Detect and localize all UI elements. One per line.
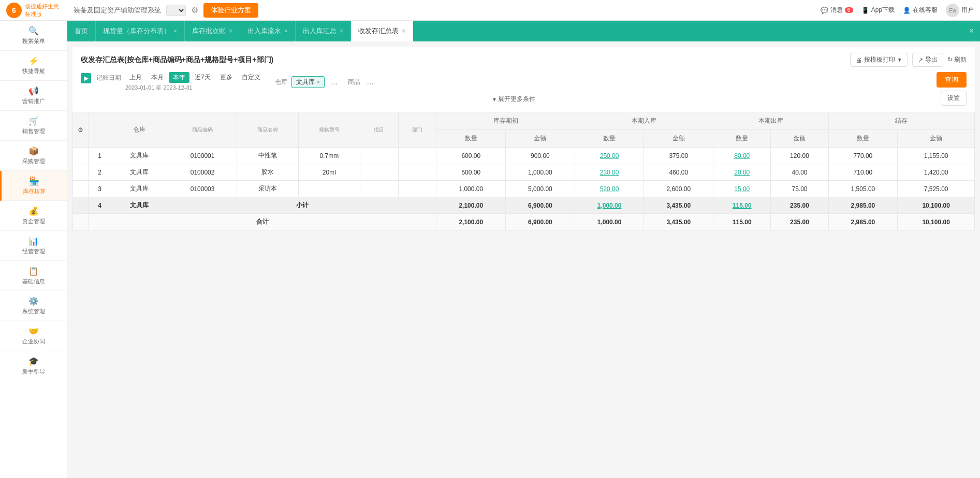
page-content: 收发存汇总表(按仓库+商品编码+商品+规格型号+项目+部门) 🖨 按模板打印 ▼… (67, 41, 980, 478)
cell-out-qty[interactable]: 20.00 (713, 164, 771, 181)
message-button[interactable]: 💬 消息 6 (821, 6, 853, 15)
date-btn-7days[interactable]: 近7天 (191, 72, 215, 83)
tab-close-batch[interactable]: × (229, 27, 232, 35)
guide-icon: 🎓 (28, 356, 39, 366)
th-out-amt: 金额 (771, 130, 828, 148)
export-icon: ↗ (918, 56, 923, 64)
marketing-icon: 📢 (28, 86, 39, 96)
cell-opening-qty: 600.00 (436, 148, 506, 164)
cell-balance-amt: 1,155.00 (898, 148, 975, 164)
tab-bar-close-button[interactable]: × (963, 26, 980, 36)
cell-goods-spec: 20ml (299, 164, 360, 181)
date-options-group: 上月 本月 本年 近7天 更多 自定义 2023-01-01 至 2023-12… (125, 72, 265, 92)
cell-in-qty[interactable]: 250.00 (575, 148, 644, 164)
table-settings-icon[interactable]: ⚙ (78, 126, 83, 134)
tab-collect-summary[interactable]: 收发存汇总表 × (351, 21, 413, 41)
tab-stock-dist[interactable]: 现货量（库存分布表） × (96, 21, 185, 41)
sidebar-item-business[interactable]: 📊 经营管理 (0, 231, 67, 261)
online-service-button[interactable]: 👤 在线客服 (903, 6, 938, 15)
cell-no: 2 (89, 164, 111, 181)
settings-button[interactable]: 设置 (941, 91, 967, 106)
cell-in-qty[interactable]: 1,000.00 (575, 197, 644, 214)
tab-home[interactable]: 首页 (67, 21, 96, 41)
tab-close-collect-summary[interactable]: × (402, 27, 405, 35)
system-title: 装备及固定资产辅助管理系统 (74, 6, 161, 15)
cell-out-qty[interactable]: 115.00 (713, 197, 771, 214)
top-bar-right: 💬 消息 6 📱 App下载 👤 在线客服 Ea 用户 (821, 4, 974, 17)
tab-close-stock-dist[interactable]: × (173, 27, 177, 35)
sidebar-item-guide[interactable]: 🎓 新手引导 (0, 351, 67, 381)
th-goods-spec: 规格型号 (299, 112, 360, 148)
date-btn-last-month[interactable]: 上月 (125, 72, 146, 83)
cell-out-qty[interactable]: 15.00 (713, 181, 771, 197)
message-icon: 💬 (821, 7, 828, 14)
sidebar-item-finance[interactable]: 💰 资金管理 (0, 201, 67, 231)
date-label: 记账日期 (96, 74, 121, 82)
th-no (89, 112, 111, 148)
cell-in-qty[interactable]: 520.00 (575, 181, 644, 197)
th-project: 项目 (360, 112, 398, 148)
cell-total-in-amt: 3,435.00 (644, 214, 713, 230)
cell-balance-qty: 2,985.00 (828, 197, 898, 214)
th-settings[interactable]: ⚙ (73, 112, 89, 148)
cell-goods-name: 中性笔 (237, 148, 299, 164)
goods-label: 商品 (348, 78, 360, 86)
cell-out-qty[interactable]: 80.00 (713, 148, 771, 164)
refresh-button[interactable]: ↻ 刷新 (947, 55, 967, 64)
cell-goods-code: 0100003 (168, 181, 237, 197)
date-btn-more[interactable]: 更多 (216, 72, 237, 83)
cell-settings (73, 197, 89, 214)
query-button[interactable]: 查询 (937, 72, 967, 88)
warehouse-tag-remove[interactable]: × (317, 79, 320, 85)
cell-settings (73, 164, 89, 181)
cell-total-out-qty: 115.00 (713, 214, 771, 230)
export-button[interactable]: ↗ 导出 (912, 53, 943, 67)
date-btn-this-year[interactable]: 本年 (169, 72, 189, 83)
gear-icon[interactable]: ⚙ (191, 5, 198, 15)
cell-in-amt: 2,600.00 (644, 181, 713, 197)
filter-fields: 记账日期 上月 本月 本年 近7天 更多 自定义 (96, 72, 931, 104)
tab-inout-summary[interactable]: 出入库汇总 × (296, 21, 351, 41)
cell-in-amt: 375.00 (644, 148, 713, 164)
date-btn-this-month[interactable]: 本月 (147, 72, 168, 83)
expand-conditions-button[interactable]: ▾ 展开更多条件 (493, 95, 535, 104)
sidebar-item-marketing[interactable]: 📢 营销推广 (0, 81, 67, 111)
tab-close-inout-flow[interactable]: × (284, 27, 288, 35)
tab-inout-flow[interactable]: 出入库流水 × (240, 21, 296, 41)
th-period-in: 本期入库 (575, 112, 713, 130)
trial-button[interactable]: 体验行业方案 (203, 3, 258, 18)
cell-opening-amt: 5,000.00 (506, 181, 575, 197)
sales-icon: 🛒 (28, 116, 39, 126)
sidebar-item-quick-nav[interactable]: ⚡ 快捷导航 (0, 51, 67, 81)
content-area: 首页 现货量（库存分布表） × 库存批次账 × 出入库流水 × 出入库汇总 × (67, 21, 980, 478)
sidebar-item-enterprise[interactable]: 🤝 企业协同 (0, 321, 67, 351)
sidebar-item-search[interactable]: 🔍 搜索菜单 (0, 21, 67, 51)
sidebar-item-inventory[interactable]: 🏪 库存核算 (0, 171, 67, 201)
filter-toggle-button[interactable]: ▶ (81, 73, 91, 83)
tab-close-inout-summary[interactable]: × (340, 27, 343, 35)
cell-warehouse: 文具库 (111, 148, 168, 164)
cell-in-qty[interactable]: 230.00 (575, 164, 644, 181)
sidebar-item-purchase[interactable]: 📦 采购管理 (0, 141, 67, 171)
cell-total-label: 合计 (89, 214, 436, 230)
sidebar-item-sales[interactable]: 🛒 销售管理 (0, 111, 67, 141)
cell-balance-amt: 1,420.00 (898, 164, 975, 181)
tab-batch[interactable]: 库存批次账 × (185, 21, 240, 41)
purchase-icon: 📦 (28, 146, 39, 156)
warehouse-more-button[interactable]: ... (331, 77, 338, 86)
page-header-section: 收发存汇总表(按仓库+商品编码+商品+规格型号+项目+部门) 🖨 按模板打印 ▼… (72, 47, 975, 112)
cell-opening-amt: 6,900.00 (506, 197, 575, 214)
date-btn-custom[interactable]: 自定义 (238, 72, 265, 83)
page-title: 收发存汇总表(按仓库+商品编码+商品+规格型号+项目+部门) (81, 55, 273, 65)
cell-project (360, 181, 398, 197)
app-download-button[interactable]: 📱 App下载 (861, 6, 895, 15)
user-button[interactable]: Ea 用户 (946, 4, 974, 17)
goods-more-button[interactable]: ... (367, 77, 373, 86)
sidebar-item-system[interactable]: ⚙️ 系统管理 (0, 291, 67, 321)
th-out-qty: 数量 (713, 130, 771, 148)
cell-total-in-qty: 1,000.00 (575, 214, 644, 230)
sidebar-item-basic[interactable]: 📋 基础信息 (0, 261, 67, 291)
avatar: Ea (946, 4, 959, 17)
print-button[interactable]: 🖨 按模板打印 ▼ (850, 53, 908, 67)
system-select[interactable] (166, 5, 186, 16)
